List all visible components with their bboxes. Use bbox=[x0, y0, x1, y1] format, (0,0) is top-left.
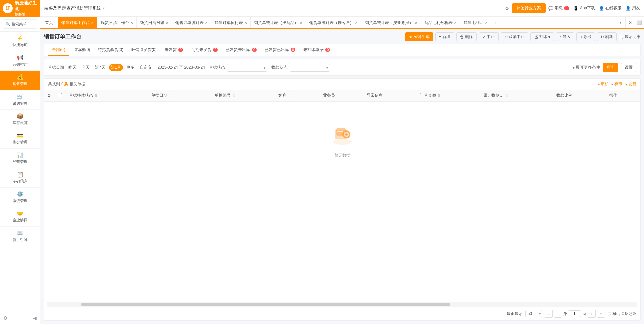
stop-button[interactable]: ⊘ 中止 bbox=[479, 32, 499, 41]
tab-close-sales-customer[interactable]: ✕ bbox=[355, 21, 358, 25]
collapse-button[interactable]: ◀ bbox=[33, 315, 37, 321]
tab-home[interactable]: 首页 bbox=[40, 17, 58, 29]
reject-action-button[interactable]: ● 弃审 bbox=[611, 81, 622, 87]
sidebar-item-guide[interactable]: 📖 新手引导 bbox=[0, 227, 40, 246]
filter-tab-shipped-out[interactable]: 已发货已出库 0 bbox=[261, 44, 299, 56]
tab-reconciliation[interactable]: 钱货日清对账 ✕ bbox=[137, 17, 172, 29]
filter-date-1month[interactable]: 近1月 bbox=[109, 64, 123, 71]
tab-sales-product[interactable]: 销货单统计表（按商品） ✕ bbox=[251, 17, 306, 29]
tab-scroll-left[interactable]: ‹ bbox=[491, 17, 499, 29]
delete-button[interactable]: 🗑 删除 bbox=[456, 32, 477, 41]
filter-date-7days[interactable]: 近7天 bbox=[93, 64, 108, 71]
tab-scroll-right[interactable]: › bbox=[616, 17, 625, 29]
query-button[interactable]: 查询 bbox=[603, 63, 618, 72]
tab-sales-exec[interactable]: 销售订单执行表 ✕ bbox=[211, 17, 251, 29]
filter-payment-select[interactable] bbox=[290, 64, 330, 72]
filter-status-select[interactable] bbox=[227, 64, 267, 72]
sort-collected-icon[interactable]: ⇅ bbox=[505, 94, 508, 97]
smart-create-button[interactable]: ★ 智能生单 bbox=[405, 32, 433, 41]
th-checkbox[interactable] bbox=[54, 90, 66, 102]
page-label: 第 bbox=[563, 311, 567, 317]
scrollbar-thumb[interactable] bbox=[81, 303, 450, 306]
tab-sales-gross[interactable]: 销售毛利… ✕ bbox=[460, 17, 491, 29]
ship-action-button[interactable]: ● 发货 bbox=[625, 81, 636, 87]
tab-maximize[interactable]: ⬜ bbox=[635, 17, 644, 29]
tab-close-sales-gross[interactable]: ✕ bbox=[485, 21, 488, 25]
page-next-button[interactable]: › bbox=[588, 310, 596, 318]
sidebar-item-system[interactable]: ⚙️ 系统管理 bbox=[0, 188, 40, 207]
tab-close-gross-margin[interactable]: ✕ bbox=[454, 21, 457, 25]
filter-tab-not-shipped[interactable]: 未发货 0 bbox=[161, 44, 187, 56]
tab-close-sales-exec[interactable]: ✕ bbox=[244, 21, 247, 25]
sidebar-item-enterprise[interactable]: 🤝 企业协同 bbox=[0, 207, 40, 227]
app-download-button[interactable]: 📱 App下载 bbox=[573, 5, 595, 11]
sort-date-icon[interactable]: ⇅ bbox=[169, 94, 172, 97]
tab-close-reconciliation[interactable]: ✕ bbox=[166, 21, 168, 25]
tab-close-sales-stats[interactable]: ✕ bbox=[205, 21, 208, 25]
sort-status-icon[interactable]: ⇅ bbox=[95, 94, 97, 97]
cancel-stop-button[interactable]: ↩ 取消中止 bbox=[501, 32, 528, 41]
tab-close-sales-staff[interactable]: ✕ bbox=[415, 21, 417, 25]
filter-tab-all[interactable]: 全部(0) bbox=[48, 44, 69, 56]
select-all-checkbox[interactable] bbox=[58, 93, 62, 97]
search-menu-button[interactable]: 🔍 搜索菜单 bbox=[3, 19, 37, 29]
tab-gross-margin[interactable]: 商品毛利分析表 ✕ bbox=[421, 17, 460, 29]
sort-customer-icon[interactable]: ⇅ bbox=[288, 94, 291, 97]
page-first-button[interactable]: « bbox=[545, 310, 553, 318]
sort-number-icon[interactable]: ⇅ bbox=[232, 94, 235, 97]
show-detail-checkbox[interactable]: 显示明细 bbox=[619, 34, 641, 40]
export-button[interactable]: ↓ 导出 bbox=[576, 32, 595, 41]
horizontal-scrollbar[interactable] bbox=[47, 302, 637, 307]
filter-tab-pending-pick[interactable]: 待拣货验货(0) bbox=[94, 44, 127, 56]
tab-close-sales-product[interactable]: ✕ bbox=[300, 21, 302, 25]
filter-tab-shipped-not-out[interactable]: 已发货未出库 0 bbox=[222, 44, 260, 56]
table-meta-right: ● 审核 ● 弃审 ● 发货 bbox=[597, 81, 636, 87]
sidebar-item-quicknav[interactable]: ⚡ 快捷导航 bbox=[0, 32, 40, 51]
review-action-button[interactable]: ● 审核 bbox=[597, 81, 608, 87]
filter-expand-button[interactable]: ▾ 展开更多条件 bbox=[573, 65, 600, 70]
filter-tab-wangpu[interactable]: 旺铺待发货(0) bbox=[127, 44, 161, 56]
sidebar-item-basicinfo[interactable]: 📋 基础信息 bbox=[0, 168, 40, 188]
settings-button[interactable]: ⚙ bbox=[3, 315, 8, 321]
user-button[interactable]: 👤 用友 bbox=[626, 5, 640, 11]
online-service-button[interactable]: 👤 在线客服 bbox=[599, 5, 621, 11]
tab-sales-workbench[interactable]: 销售订单工作台 ✕ bbox=[58, 17, 97, 29]
filter-payment-label: 收款状态 bbox=[271, 65, 288, 70]
filter-tab-overdue[interactable]: 到期未发货 0 bbox=[187, 44, 222, 56]
tab-sales-staff[interactable]: 销货单统计表（按业务员） ✕ bbox=[361, 17, 421, 29]
show-detail-input[interactable] bbox=[619, 35, 623, 39]
tab-close-current[interactable]: ✕ bbox=[625, 17, 635, 29]
filter-date-more[interactable]: 更多 bbox=[124, 64, 136, 71]
new-button[interactable]: + 新增 bbox=[435, 32, 454, 41]
filter-date-custom[interactable]: 自定义 bbox=[138, 64, 154, 71]
sort-amount-icon[interactable]: ⇅ bbox=[438, 94, 440, 97]
sidebar-item-management[interactable]: 📊 经营管理 bbox=[0, 149, 40, 168]
page-input[interactable] bbox=[569, 310, 581, 317]
sidebar-item-purchase[interactable]: 🛒 采购管理 bbox=[0, 90, 40, 110]
tab-close-sales-workbench[interactable]: ✕ bbox=[91, 21, 94, 25]
filter-tab-not-printed[interactable]: 未打印单据 0 bbox=[299, 44, 334, 56]
filter-tab-pending-review[interactable]: 待审核(0) bbox=[69, 44, 94, 56]
import-button[interactable]: ↑ 导入 bbox=[556, 32, 574, 41]
sidebar-item-finance[interactable]: 💳 资金管理 bbox=[0, 129, 40, 149]
tab-sales-stats[interactable]: 销售订单统计表 ✕ bbox=[172, 17, 211, 29]
th-settings[interactable]: ⚙ bbox=[44, 90, 54, 102]
sidebar-item-marketing[interactable]: 📢 营销推广 bbox=[0, 51, 40, 71]
message-button[interactable]: 💬 消息 6 bbox=[548, 5, 569, 11]
settings-filter-button[interactable]: 设置 bbox=[621, 63, 636, 72]
sidebar-item-inventory[interactable]: 📦 库存核算 bbox=[0, 110, 40, 129]
filter-date-yesterday[interactable]: 昨天 bbox=[66, 64, 78, 71]
tab-cash-daily[interactable]: 钱货日清工作台 ✕ bbox=[97, 17, 137, 29]
print-button[interactable]: 🖨 打印 ▾ bbox=[530, 32, 554, 41]
cta-button[interactable]: 体验行业方案 bbox=[512, 3, 546, 13]
inventory-icon: 📦 bbox=[17, 113, 24, 119]
per-page-select[interactable]: 50 20 100 bbox=[525, 310, 542, 317]
page-last-button[interactable]: » bbox=[597, 310, 605, 318]
tab-close-cash-daily[interactable]: ✕ bbox=[130, 21, 133, 25]
filter-date-today[interactable]: 今天 bbox=[80, 64, 92, 71]
tab-sales-customer[interactable]: 销货单统计表（按客户） ✕ bbox=[306, 17, 361, 29]
sidebar-item-sales[interactable]: 💰 销售管理 bbox=[0, 71, 40, 90]
settings-gear-button[interactable]: ⚙ bbox=[505, 6, 509, 11]
refresh-button[interactable]: ↻ 刷新 bbox=[597, 32, 617, 41]
page-prev-button[interactable]: ‹ bbox=[554, 310, 562, 318]
